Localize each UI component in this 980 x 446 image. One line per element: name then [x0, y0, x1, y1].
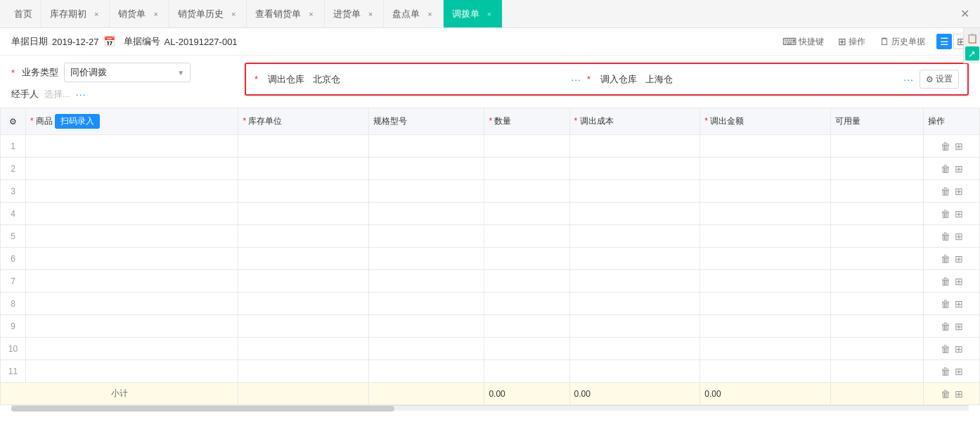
amount-cell[interactable]	[700, 248, 831, 270]
available-cell[interactable]	[831, 158, 924, 180]
amount-cell[interactable]	[700, 293, 831, 315]
scan-barcode-button[interactable]: 扫码录入	[55, 114, 100, 129]
tab-inventory-init[interactable]: 库存期初 ×	[41, 0, 110, 28]
tab-inventory-init-close[interactable]: ×	[92, 9, 101, 19]
product-cell[interactable]	[26, 338, 238, 360]
tab-sales-order-close[interactable]: ×	[151, 9, 160, 19]
copy-icon-2[interactable]: ⊞	[955, 186, 963, 197]
spec-cell[interactable]	[369, 135, 484, 158]
delete-icon-2[interactable]: 🗑	[941, 186, 950, 197]
available-cell[interactable]	[831, 203, 924, 225]
copy-icon-9[interactable]: ⊞	[955, 343, 963, 355]
tab-purchase-order-close[interactable]: ×	[366, 9, 375, 19]
qty-cell[interactable]	[484, 135, 569, 158]
unit-cell[interactable]	[238, 135, 369, 158]
tab-home[interactable]: 首页	[6, 0, 41, 28]
available-cell[interactable]	[831, 135, 924, 158]
bottom-scrollbar[interactable]	[11, 405, 969, 411]
amount-cell[interactable]	[700, 203, 831, 225]
delete-icon-7[interactable]: 🗑	[941, 298, 950, 310]
subtotal-delete-icon[interactable]: 🗑	[941, 388, 950, 400]
product-cell[interactable]	[26, 203, 238, 225]
amount-cell[interactable]	[700, 360, 831, 383]
qty-cell[interactable]	[484, 360, 569, 383]
cost-cell[interactable]	[569, 158, 700, 180]
qty-cell[interactable]	[484, 315, 569, 338]
subtotal-copy-icon[interactable]: ⊞	[955, 388, 963, 400]
cost-cell[interactable]	[569, 270, 700, 293]
cost-cell[interactable]	[569, 338, 700, 360]
product-cell[interactable]	[26, 180, 238, 203]
amount-cell[interactable]	[700, 135, 831, 158]
tab-purchase-order[interactable]: 进货单 ×	[325, 0, 384, 28]
calendar-icon[interactable]: 📅	[103, 36, 115, 47]
delete-icon-10[interactable]: 🗑	[941, 366, 950, 377]
tab-transfer-order-close[interactable]: ×	[485, 9, 494, 19]
unit-cell[interactable]	[238, 248, 369, 270]
tab-inventory-count-close[interactable]: ×	[425, 9, 434, 19]
spec-cell[interactable]	[369, 360, 484, 383]
amount-cell[interactable]	[700, 338, 831, 360]
cost-cell[interactable]	[569, 225, 700, 248]
tab-inventory-count[interactable]: 盘点单 ×	[384, 0, 443, 28]
unit-cell[interactable]	[238, 158, 369, 180]
available-cell[interactable]	[831, 315, 924, 338]
tab-view-sales-close[interactable]: ×	[307, 9, 315, 19]
spec-cell[interactable]	[369, 270, 484, 293]
product-cell[interactable]	[26, 248, 238, 270]
spec-cell[interactable]	[369, 248, 484, 270]
cost-cell[interactable]	[569, 248, 700, 270]
qty-cell[interactable]	[484, 248, 569, 270]
cost-cell[interactable]	[569, 203, 700, 225]
product-cell[interactable]	[26, 158, 238, 180]
product-cell[interactable]	[26, 293, 238, 315]
available-cell[interactable]	[831, 338, 924, 360]
available-cell[interactable]	[831, 225, 924, 248]
copy-icon-3[interactable]: ⊞	[955, 208, 963, 219]
amount-cell[interactable]	[700, 315, 831, 338]
available-cell[interactable]	[831, 270, 924, 293]
copy-icon-10[interactable]: ⊞	[955, 366, 963, 377]
product-cell[interactable]	[26, 360, 238, 383]
out-warehouse-dots-button[interactable]: ···	[571, 74, 581, 85]
spec-cell[interactable]	[369, 180, 484, 203]
product-cell[interactable]	[26, 270, 238, 293]
copy-icon-4[interactable]: ⊞	[955, 231, 963, 242]
shortcuts-button[interactable]: ⌨ 快捷键	[780, 34, 827, 49]
qty-cell[interactable]	[484, 338, 569, 360]
cost-cell[interactable]	[569, 360, 700, 383]
delete-icon-6[interactable]: 🗑	[941, 276, 950, 287]
cost-cell[interactable]	[569, 135, 700, 158]
tab-sales-order[interactable]: 销货单 ×	[110, 0, 169, 28]
cost-cell[interactable]	[569, 315, 700, 338]
cost-cell[interactable]	[569, 293, 700, 315]
copy-icon-6[interactable]: ⊞	[955, 276, 963, 287]
gear-settings-button[interactable]: ⚙ 设置	[920, 70, 959, 89]
spec-cell[interactable]	[369, 203, 484, 225]
amount-cell[interactable]	[700, 225, 831, 248]
product-cell[interactable]	[26, 315, 238, 338]
tab-transfer-order[interactable]: 调拨单 ×	[444, 0, 503, 28]
tab-view-sales[interactable]: 查看销货单 ×	[247, 0, 324, 28]
available-cell[interactable]	[831, 248, 924, 270]
unit-cell[interactable]	[238, 315, 369, 338]
copy-icon-0[interactable]: ⊞	[955, 141, 963, 152]
amount-cell[interactable]	[700, 180, 831, 203]
spec-cell[interactable]	[369, 315, 484, 338]
delete-icon-5[interactable]: 🗑	[941, 253, 950, 265]
sidebar-document-icon[interactable]: 📋	[965, 31, 979, 45]
qty-cell[interactable]	[484, 180, 569, 203]
product-cell[interactable]	[26, 225, 238, 248]
unit-cell[interactable]	[238, 360, 369, 383]
qty-cell[interactable]	[484, 158, 569, 180]
copy-icon-1[interactable]: ⊞	[955, 163, 963, 174]
col-settings[interactable]: ⚙	[1, 108, 26, 135]
qty-cell[interactable]	[484, 203, 569, 225]
date-value[interactable]: 2019-12-27	[52, 37, 99, 47]
qty-cell[interactable]	[484, 225, 569, 248]
amount-cell[interactable]	[700, 270, 831, 293]
in-warehouse-dots-button[interactable]: ···	[903, 74, 914, 85]
unit-cell[interactable]	[238, 293, 369, 315]
delete-icon-3[interactable]: 🗑	[941, 208, 950, 219]
delete-icon-9[interactable]: 🗑	[941, 343, 950, 355]
